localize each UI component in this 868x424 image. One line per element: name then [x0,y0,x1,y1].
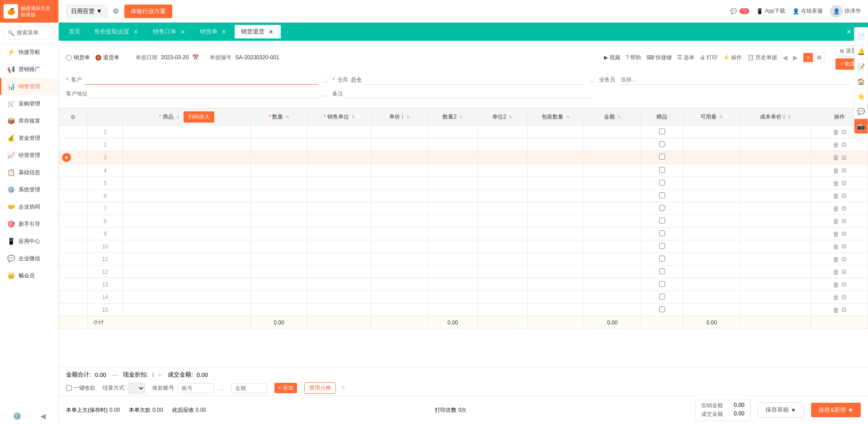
product-sort-icon[interactable]: ⇅ [176,114,179,119]
row-cost-price-cell[interactable] [740,177,811,190]
row-unit2-cell[interactable] [477,177,527,190]
row-unit2-cell[interactable] [477,228,527,240]
video-btn[interactable]: ▶ 视频 [604,54,620,62]
row-gift-cell[interactable] [641,138,683,151]
copy-row-icon[interactable]: ⧉ [842,281,846,288]
tab-sales-delivery[interactable]: 销货单 ✕ [193,25,234,38]
row-qty2-cell[interactable] [428,151,477,164]
row-cost-price-cell[interactable] [740,278,811,291]
row-qty-cell[interactable] [250,278,307,291]
sidebar-item-enterprise[interactable]: 🤝 企业协同 [0,198,58,215]
row-cost-price-cell[interactable] [740,253,811,266]
row-amount-cell[interactable] [584,177,641,190]
row-product-cell[interactable] [123,304,250,316]
row-amount-cell[interactable] [584,228,641,240]
product-input-2[interactable] [126,142,247,148]
row-unit2-cell[interactable] [477,304,527,316]
sidebar-search[interactable]: 🔍 搜索菜单 [0,23,58,43]
sidebar-item-finance[interactable]: 💰 资金管理 [0,129,58,147]
row-qty-cell[interactable] [250,164,307,177]
sidebar-item-inventory[interactable]: 📦 库存核算 [0,112,58,129]
row-qty2-cell[interactable] [428,126,477,138]
row-unit2-cell[interactable] [477,202,527,215]
qty-input-3[interactable] [254,154,305,161]
copy-row-icon[interactable]: ⧉ [842,141,846,148]
price-input-1[interactable] [374,129,425,135]
row-price-cell[interactable] [371,138,428,151]
copy-row-icon[interactable]: ⧉ [842,128,846,136]
calendar-icon[interactable]: 📅 [192,54,199,61]
row-price-cell[interactable] [371,190,428,202]
qty2-sort-icon[interactable]: ⇅ [459,114,462,119]
dots-btn[interactable]: ... [219,385,224,391]
row-available-cell[interactable] [683,291,740,304]
unit-input-10[interactable] [310,243,368,250]
row-qty2-cell[interactable] [428,190,477,202]
row-qty-cell[interactable] [250,240,307,253]
product-input-14[interactable] [126,294,247,300]
sidebar-item-wechat[interactable]: 💬 企业微信 [0,250,58,267]
unit-input-14[interactable] [310,294,368,300]
row-available-cell[interactable] [683,240,740,253]
row-qty-cell[interactable] [250,126,307,138]
row-qty-cell[interactable] [250,291,307,304]
scan-input-btn[interactable]: 扫码录入 [184,111,214,123]
right-tool-note[interactable]: 📝 [854,59,868,74]
account-input[interactable] [178,383,214,393]
delete-row-icon[interactable]: 🗑 [833,180,839,187]
unit-sort-icon[interactable]: ⇅ [351,114,355,119]
remark-input[interactable] [346,89,594,99]
price-input-15[interactable] [374,307,425,313]
row-available-cell[interactable] [683,138,740,151]
row-gift-cell[interactable] [641,253,683,266]
row-pkg-qty-cell[interactable] [527,228,584,240]
radio-return[interactable]: 退货单 [95,54,119,62]
row-available-cell[interactable] [683,190,740,202]
row-pkg-qty-cell[interactable] [527,151,584,164]
unit-input-11[interactable] [310,256,368,262]
row-product-cell[interactable] [123,126,250,138]
gift-checkbox-9[interactable] [659,230,665,236]
unit-input-4[interactable] [310,167,368,174]
row-available-cell[interactable] [683,253,740,266]
gift-checkbox-1[interactable] [659,129,665,134]
product-input-15[interactable] [126,307,247,313]
delete-row-icon[interactable]: 🗑 [833,129,839,136]
help-question-icon[interactable]: ? [341,385,344,391]
delete-row-icon[interactable]: 🗑 [833,192,839,200]
row-price-cell[interactable] [371,304,428,316]
topbar-gear-icon[interactable]: ⚙ [113,7,119,15]
copy-row-icon[interactable]: ⧉ [842,217,846,225]
nav-next-icon[interactable]: ▶ [793,54,798,61]
row-available-cell[interactable] [683,215,740,228]
help-btn[interactable]: ? 帮助 [626,54,641,62]
row-qty-cell[interactable] [250,215,307,228]
row-gift-cell[interactable] [641,266,683,278]
row-pkg-qty-cell[interactable] [527,253,584,266]
radio-delivery[interactable]: 销货单 [66,54,90,62]
unit-input-5[interactable] [310,180,368,186]
qty-input-2[interactable] [254,142,305,148]
print-btn[interactable]: 🖨 打印 [700,54,717,62]
right-tool-chat[interactable]: 💬 [854,104,868,119]
row-unit-cell[interactable] [307,126,371,138]
row-available-cell[interactable] [683,177,740,190]
row-qty-cell[interactable] [250,266,307,278]
unit-input-6[interactable] [310,193,368,199]
copy-row-icon[interactable]: ⧉ [842,306,846,314]
row-unit2-cell[interactable] [477,291,527,304]
row-pkg-qty-cell[interactable] [527,278,584,291]
tab-close-price-settings[interactable]: ✕ [132,28,139,35]
row-available-cell[interactable] [683,151,740,164]
row-price-cell[interactable] [371,291,428,304]
row-product-cell[interactable] [123,151,250,164]
product-input-6[interactable] [126,193,247,199]
row-price-cell[interactable] [371,151,428,164]
message-btn[interactable]: 💬 70 [730,8,749,14]
row-qty2-cell[interactable] [428,240,477,253]
price-sort-icon[interactable]: ⇅ [406,114,410,119]
right-tool-home[interactable]: 🏠 [854,74,868,89]
row-qty2-cell[interactable] [428,177,477,190]
pkg-sort-icon[interactable]: ⇅ [566,114,570,119]
row-unit2-cell[interactable] [477,138,527,151]
